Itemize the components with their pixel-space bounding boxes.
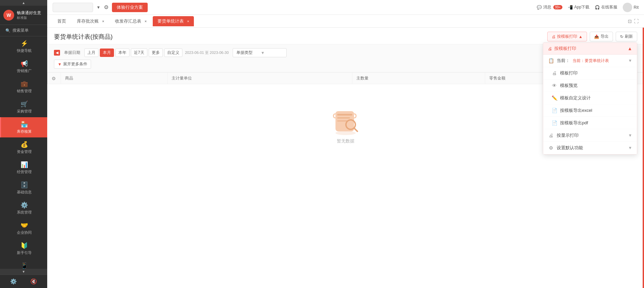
tab-shoufa[interactable]: 收发存汇总表 × <box>110 16 151 26</box>
tab-yaohuo[interactable]: 要货单统计表 × <box>153 16 194 26</box>
content-header: 要货单统计表(按商品) 🖨 按模板打印 ▲ 📤 导出 ↻ 刷新 <box>47 28 644 44</box>
export-label: 导出 <box>601 34 609 39</box>
app-download-item[interactable]: 📲 App下载 <box>568 4 589 10</box>
col-unit: 主计量单位 <box>168 73 352 84</box>
col-goods: 商品 <box>61 73 168 84</box>
sidebar-item-xiaoshou[interactable]: 💼 销售管理 <box>0 77 47 97</box>
table-settings-gear-icon[interactable]: ⚙ <box>52 76 56 81</box>
user-avatar-img <box>623 3 632 12</box>
collapse-arrow-btn[interactable]: ◀ <box>54 50 60 56</box>
date-btn-more[interactable]: 更多 <box>149 49 163 57</box>
page-title: 要货单统计表(按商品) <box>54 33 113 41</box>
dropdown-chevron-up-icon[interactable]: ▲ <box>627 46 632 51</box>
tab-shoufa-label: 收发存汇总表 <box>115 19 141 24</box>
export-pdf-label: 按模板导出pdf <box>560 120 588 126</box>
main-area: ▼ ⚙ 体验行业方案 💬 消息 99+ 📲 App下载 🎧 在线客服 Rit <box>47 0 644 288</box>
sidebar-item-xitong[interactable]: ⚙️ 系统管理 <box>0 198 47 218</box>
tab-yaohuo-close[interactable]: × <box>187 19 189 23</box>
content-area: 要货单统计表(按商品) 🖨 按模板打印 ▲ 📤 导出 ↻ 刷新 <box>47 28 644 288</box>
date-btn-this-month[interactable]: 本月 <box>100 49 114 57</box>
sidebar-item-qiye[interactable]: 🤝 企业协同 <box>0 218 47 238</box>
export-excel-label: 按模板导出excel <box>560 107 592 114</box>
display-print-label: 按显示打印 <box>557 132 579 138</box>
export-excel-icon: 📄 <box>551 108 557 113</box>
online-service-item[interactable]: 🎧 在线客服 <box>595 4 617 10</box>
empty-state-illustration <box>329 104 362 138</box>
tab-maximize-icon[interactable]: ⊡ <box>628 19 632 24</box>
tab-home[interactable]: 首页 <box>53 16 71 26</box>
mute-bottom-icon[interactable]: 🔇 <box>30 278 37 285</box>
tab-kucun-pici-close[interactable]: × <box>102 19 104 23</box>
print-dropdown-panel: 🖨 按模板打印 ▲ 📋 当前： 当前：要货单统计表 ▼ 🖨 模板打印 <box>543 42 637 155</box>
dropdown-item-export-pdf[interactable]: 📄 按模板导出pdf <box>543 117 637 129</box>
sidebar-item-yingyong[interactable]: 📱 应用中心 <box>0 259 47 269</box>
tab-shoufa-close[interactable]: × <box>145 19 147 23</box>
topbar-gear-icon[interactable]: ⚙ <box>104 4 109 10</box>
date-btn-7days[interactable]: 近7天 <box>131 49 147 57</box>
date-btn-custom[interactable]: 自定义 <box>164 49 182 57</box>
sidebar-item-kucun[interactable]: 🏪 库存核算 <box>0 117 47 137</box>
sidebar-logo: W 畅康通好生意 标准版 <box>0 6 47 25</box>
svg-point-0 <box>335 131 356 135</box>
app-name: 畅康通好生意 <box>17 10 41 16</box>
expand-icon: ▼ <box>58 62 62 67</box>
nav-icon-kucun: 🏪 <box>21 121 28 128</box>
type-filter[interactable]: 单据类型 ▼ <box>233 48 287 57</box>
dropdown-current-template[interactable]: 📋 当前： 当前：要货单统计表 ▼ <box>543 55 637 67</box>
sidebar-item-caigou[interactable]: 🛒 采购管理 <box>0 97 47 117</box>
sidebar-item-jichu[interactable]: 🗄️ 基础信息 <box>0 178 47 198</box>
current-template-label: 当前： <box>557 58 570 64</box>
col-qty: 主数量 <box>352 73 485 84</box>
dropdown-current-left: 📋 当前： 当前：要货单统计表 <box>548 58 609 64</box>
topbar-search-box <box>53 3 93 12</box>
refresh-label: 刷新 <box>625 34 633 39</box>
user-name: Rit <box>634 5 639 10</box>
expand-more-conditions-btn[interactable]: ▼ 展开更多条件 <box>54 60 91 69</box>
user-avatar[interactable]: Rit <box>623 3 639 12</box>
sidebar-search[interactable]: 🔍 搜索菜单 <box>0 25 47 36</box>
print-header-icon: 🖨 <box>548 46 552 51</box>
nav-icon-qiye: 🤝 <box>21 222 28 229</box>
topbar: ▼ ⚙ 体验行业方案 💬 消息 99+ 📲 App下载 🎧 在线客服 Rit <box>47 0 644 15</box>
sidebar-item-jingying[interactable]: 📊 经营管理 <box>0 158 47 178</box>
nav-label-kuaijie: 快捷导航 <box>17 48 32 53</box>
set-default-chevron: ▼ <box>628 146 632 150</box>
sidebar-item-kuaijie[interactable]: ⚡ 快捷导航 <box>0 36 47 57</box>
tab-fullscreen-icon[interactable]: ⛶ <box>634 19 639 24</box>
date-filter-label: 单据日期 <box>64 50 80 56</box>
export-pdf-icon: 📄 <box>551 120 557 126</box>
resize-handle[interactable] <box>643 28 644 288</box>
collapse-arrow-icon[interactable]: ◀ <box>54 50 60 56</box>
content-toolbar: 🖨 按模板打印 ▲ 📤 导出 ↻ 刷新 <box>547 32 637 41</box>
nav-icon-jingying: 📊 <box>21 161 28 168</box>
sidebar-item-xinshou[interactable]: 🔰 新手引导 <box>0 238 47 259</box>
dropdown-item-export-excel[interactable]: 📄 按模板导出excel <box>543 104 637 117</box>
nav-label-zijin: 资金管理 <box>17 149 32 154</box>
tab-kucun-pici[interactable]: 库存批次账 × <box>72 16 109 26</box>
date-btn-this-year[interactable]: 本年 <box>115 49 129 57</box>
dropdown-display-print[interactable]: 🖨 按显示打印 ▼ <box>543 129 637 142</box>
promo-button[interactable]: 体验行业方案 <box>112 3 148 12</box>
sidebar-scroll-up[interactable]: ▲ <box>0 0 47 6</box>
sidebar-scroll-down[interactable]: ▼ <box>0 269 47 275</box>
sidebar-item-yingxiao[interactable]: 📢 营销推广 <box>0 57 47 77</box>
sidebar: ▲ W 畅康通好生意 标准版 🔍 搜索菜单 ⚡ 快捷导航 📢 营销推广 💼 销售… <box>0 0 47 288</box>
dropdown-item-template-print[interactable]: 🖨 模板打印 <box>543 67 637 79</box>
dropdown-item-template-custom[interactable]: ✏️ 模板自定义设计 <box>543 92 637 104</box>
topbar-dropdown-arrow[interactable]: ▼ <box>96 5 100 10</box>
nav-label-yingxiao: 营销推广 <box>17 68 32 73</box>
dropdown-item-template-preview[interactable]: 👁 模板预览 <box>543 79 637 92</box>
template-custom-label: 模板自定义设计 <box>560 95 591 101</box>
sidebar-item-zijin[interactable]: 💰 资金管理 <box>0 137 47 158</box>
nav-label-caigou: 采购管理 <box>17 109 32 114</box>
print-template-button[interactable]: 🖨 按模板打印 ▲ <box>547 32 587 41</box>
col-settings[interactable]: ⚙ <box>48 73 61 84</box>
settings-bottom-icon[interactable]: ⚙️ <box>10 278 17 285</box>
current-template-value: 当前：要货单统计表 <box>573 58 609 64</box>
export-button[interactable]: 📤 导出 <box>590 32 613 41</box>
dropdown-set-default[interactable]: ⚙ 设置默认功能 ▼ <box>543 142 637 154</box>
date-btn-last-month[interactable]: 上月 <box>84 49 98 57</box>
nav-icon-jichu: 🗄️ <box>21 181 28 189</box>
refresh-button[interactable]: ↻ 刷新 <box>616 32 637 41</box>
message-item[interactable]: 💬 消息 99+ <box>537 4 562 10</box>
